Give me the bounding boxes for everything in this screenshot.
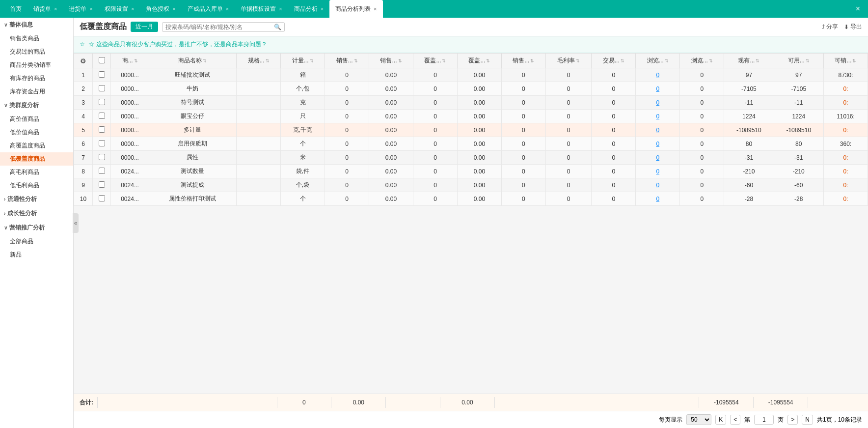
row-name: 旺辅批次测试 — [149, 68, 236, 82]
nav-item-template[interactable]: 单据模板设置 × — [235, 0, 288, 18]
page-number-input[interactable] — [754, 415, 774, 425]
row-checkbox[interactable] — [92, 192, 110, 206]
row-select-checkbox[interactable] — [99, 126, 105, 133]
th-spec[interactable]: 规格...⇅ — [237, 54, 281, 68]
first-page-button[interactable]: K — [715, 415, 726, 425]
sidebar-section-cluster[interactable]: ∨ 类群度分析 — [0, 98, 73, 113]
sidebar-item-traded-goods[interactable]: 交易过的商品 — [0, 45, 73, 58]
nav-item-home[interactable]: 首页 — [4, 0, 27, 18]
th-current[interactable]: 现有...⇅ — [724, 54, 774, 68]
row-view1[interactable]: 0 — [636, 178, 680, 192]
th-gross-rate[interactable]: 毛利率⇅ — [545, 54, 591, 68]
next-page-button[interactable]: > — [787, 415, 798, 425]
th-trade[interactable]: 交易...⇅ — [592, 54, 636, 68]
export-button[interactable]: ⬇ 导出 — [844, 23, 862, 31]
row-checkbox[interactable] — [92, 178, 110, 192]
row-checkbox[interactable] — [92, 68, 110, 82]
row-select-checkbox[interactable] — [99, 85, 105, 91]
sidebar-section-flow[interactable]: › 流通性分析 — [0, 192, 73, 206]
sidebar-item-low-profit[interactable]: 低毛利商品 — [0, 179, 73, 192]
period-button[interactable]: 近一月 — [131, 22, 158, 32]
th-code[interactable]: 商...⇅ — [111, 54, 149, 68]
sidebar-item-stock-capital[interactable]: 库存资金占用 — [0, 85, 73, 98]
nav-item-analysis[interactable]: 商品分析 × — [288, 0, 329, 18]
nav-item-role[interactable]: 角色授权 × — [140, 0, 181, 18]
sidebar-section-marketing[interactable]: ∨ 营销推广分析 — [0, 221, 73, 235]
row-view1[interactable]: 0 — [636, 68, 680, 82]
nav-item-purchase[interactable]: 进货单 × — [63, 0, 98, 18]
sidebar-item-in-stock[interactable]: 有库存的商品 — [0, 72, 73, 85]
share-button[interactable]: ⤴ 分享 — [822, 23, 838, 31]
prev-page-button[interactable]: < — [730, 415, 740, 425]
sidebar-section-overview[interactable]: ∨ 整体信息 — [0, 18, 73, 32]
nav-item-product-in[interactable]: 产成品入库单 × — [182, 0, 235, 18]
sidebar-item-low-coverage[interactable]: 低覆盖度商品 — [0, 152, 73, 166]
sidebar-item-category-rate[interactable]: 商品分类动销率 — [0, 58, 73, 72]
row-select-checkbox[interactable] — [99, 140, 105, 146]
close-icon-product-in[interactable]: × — [226, 6, 229, 12]
row-select-checkbox[interactable] — [99, 113, 105, 119]
row-select-checkbox[interactable] — [99, 181, 105, 188]
row-view1[interactable]: 0 — [636, 82, 680, 96]
sidebar-section-growth[interactable]: › 成长性分析 — [0, 206, 73, 221]
row-view1[interactable]: 0 — [636, 110, 680, 123]
search-icon[interactable]: 🔍 — [274, 24, 281, 30]
close-icon-permission[interactable]: × — [131, 6, 134, 12]
row-sellable: 360: — [823, 137, 868, 151]
th-unit[interactable]: 计量...⇅ — [281, 54, 325, 68]
last-page-button[interactable]: N — [802, 415, 813, 425]
row-view1[interactable]: 0 — [636, 151, 680, 165]
close-icon-analysis-list[interactable]: × — [374, 6, 377, 12]
close-icon-analysis[interactable]: × — [321, 6, 324, 12]
row-checkbox[interactable] — [92, 82, 110, 96]
th-available[interactable]: 可用...⇅ — [774, 54, 823, 68]
row-view1[interactable]: 0 — [636, 137, 680, 151]
row-view1[interactable]: 0 — [636, 123, 680, 137]
row-select-checkbox[interactable] — [99, 71, 105, 78]
sidebar-item-high-value[interactable]: 高价值商品 — [0, 113, 73, 126]
close-icon-purchase[interactable]: × — [89, 6, 92, 12]
row-checkbox[interactable] — [92, 123, 110, 137]
th-view1[interactable]: 浏览...⇅ — [636, 54, 680, 68]
row-checkbox[interactable] — [92, 165, 110, 178]
th-view2[interactable]: 浏览...⇅ — [680, 54, 724, 68]
th-checkbox[interactable] — [92, 54, 110, 68]
row-checkbox[interactable] — [92, 151, 110, 165]
th-sales-amt[interactable]: 销售...⇅ — [369, 54, 413, 68]
nav-label-product-in: 产成品入库单 — [188, 5, 223, 13]
row-view1[interactable]: 0 — [636, 165, 680, 178]
row-checkbox[interactable] — [92, 96, 110, 110]
row-select-checkbox[interactable] — [99, 168, 105, 174]
nav-item-analysis-list[interactable]: 商品分析列表 × — [329, 0, 382, 18]
window-close-button[interactable]: × — [852, 4, 864, 13]
th-sales-qty[interactable]: 销售...⇅ — [325, 54, 369, 68]
sidebar-item-low-value[interactable]: 低价值商品 — [0, 126, 73, 139]
sidebar-item-new-goods[interactable]: 新品 — [0, 248, 73, 261]
sidebar-item-all-goods[interactable]: 全部商品 — [0, 235, 73, 248]
close-icon-sales[interactable]: × — [54, 6, 57, 12]
sidebar-collapse-button[interactable]: « — [73, 213, 79, 233]
nav-item-permission[interactable]: 权限设置 × — [99, 0, 140, 18]
row-checkbox[interactable] — [92, 137, 110, 151]
search-input[interactable] — [165, 24, 272, 30]
row-view1[interactable]: 0 — [636, 96, 680, 110]
row-select-checkbox[interactable] — [99, 99, 105, 105]
th-gear[interactable]: ⚙ — [74, 54, 93, 68]
select-all-checkbox[interactable] — [99, 57, 105, 63]
sidebar-item-high-profit[interactable]: 高毛利商品 — [0, 166, 73, 179]
row-view1[interactable]: 0 — [636, 192, 680, 206]
th-cover1[interactable]: 覆盖...⇅ — [413, 54, 457, 68]
close-icon-template[interactable]: × — [279, 6, 282, 12]
th-sellable[interactable]: 可销...⇅ — [823, 54, 868, 68]
nav-item-sales[interactable]: 销货单 × — [27, 0, 63, 18]
close-icon-role[interactable]: × — [172, 6, 175, 12]
row-select-checkbox[interactable] — [99, 154, 105, 160]
th-cover2[interactable]: 覆盖...⇅ — [457, 54, 501, 68]
sidebar-item-sales-goods[interactable]: 销售类商品 — [0, 32, 73, 45]
row-select-checkbox[interactable] — [99, 195, 105, 201]
th-sales3[interactable]: 销售...⇅ — [501, 54, 545, 68]
row-checkbox[interactable] — [92, 110, 110, 123]
per-page-select[interactable]: 50 20 100 200 — [686, 414, 711, 425]
th-name[interactable]: 商品名称⇅ — [149, 54, 236, 68]
sidebar-item-high-coverage[interactable]: 高覆盖度商品 — [0, 139, 73, 152]
